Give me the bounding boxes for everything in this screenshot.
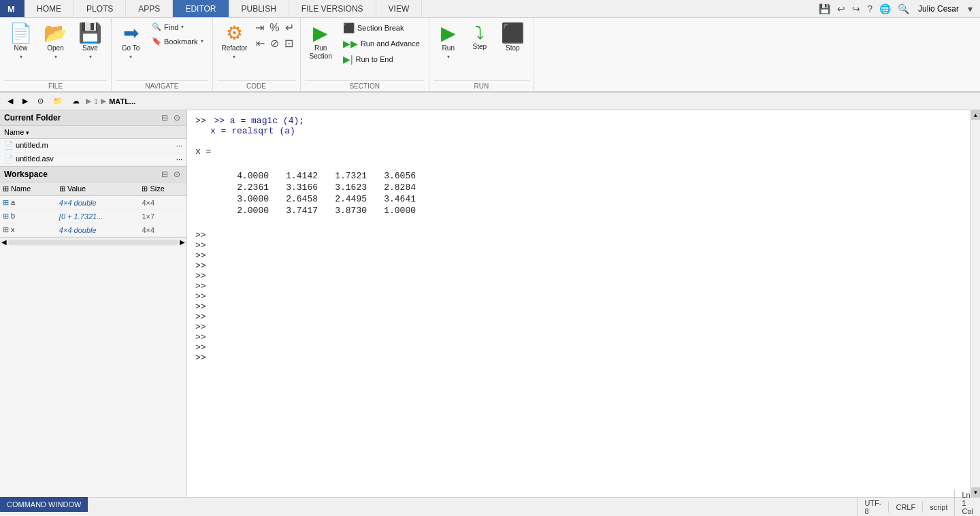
ribbon: 📄 New ▾ 📂 Open ▾ 💾 Save ▾ FILE ➡ Go To ▾ <box>0 18 980 93</box>
tab-home[interactable]: HOME <box>24 0 74 17</box>
cloud-btn[interactable]: ☁ <box>69 95 83 107</box>
community-btn[interactable]: 🌐 <box>877 3 893 15</box>
new-icon: 📄 <box>9 24 33 43</box>
outdent-btn[interactable]: ⇤ <box>254 36 267 50</box>
tab-plots[interactable]: PLOTS <box>74 0 126 17</box>
goto-button[interactable]: ➡ Go To ▾ <box>116 20 146 63</box>
save-label: Save <box>82 44 98 52</box>
run-section-button[interactable]: ▶ Run Section <box>305 20 337 64</box>
folder-up-btn[interactable]: 📁 <box>50 95 66 107</box>
matrix-cell: 4.0000 <box>224 171 272 181</box>
new-button[interactable]: 📄 New ▾ <box>4 20 37 63</box>
run-button[interactable]: ▶ Run ▾ <box>434 20 463 63</box>
scroll-track[interactable] <box>8 240 178 245</box>
file-row[interactable]: 📄 untitled.asv ··· <box>0 152 186 166</box>
comment-btn[interactable]: % <box>267 20 281 35</box>
search-btn[interactable]: 🔍 <box>896 3 911 15</box>
code-group-label: CODE <box>217 80 296 91</box>
matrix-cell: 3.8730 <box>322 206 370 216</box>
scroll-right-btn[interactable]: ▶ <box>180 238 185 246</box>
ws-value-icon: ⊞ <box>59 184 65 193</box>
undo-btn[interactable]: ↩ <box>835 3 847 15</box>
back-btn[interactable]: ◀ <box>4 95 16 107</box>
type-status: script <box>922 502 954 513</box>
save-layout-btn[interactable]: 💾 <box>817 3 832 15</box>
svg-text:M: M <box>7 4 15 14</box>
workspace-row-a[interactable]: ⊞ a 4×4 double 4×4 <box>0 196 186 210</box>
refactor-label: Refactor <box>222 44 248 52</box>
scroll-up-btn[interactable]: ▲ <box>971 110 981 120</box>
cmd-prompt-line: >> <box>195 271 962 281</box>
bookmark-button[interactable]: 🔖 Bookmark ▾ <box>147 35 208 48</box>
unwrap-btn[interactable]: ⊡ <box>282 36 295 50</box>
ws-value-header: ⊞ Value <box>56 182 140 196</box>
refactor-icon: ⚙ <box>226 24 243 43</box>
ribbon-file-items: 📄 New ▾ 📂 Open ▾ 💾 Save ▾ <box>4 20 107 80</box>
matrix-cell: 2.4495 <box>322 194 370 204</box>
workspace-header-icons: ⊟ ⊙ <box>159 169 182 180</box>
help-btn[interactable]: ? <box>865 3 875 15</box>
breadcrumb-bar: ◀ ▶ ⊙ 📁 ☁ ▶ 1 ▶ MATL... <box>0 93 980 110</box>
open-dropdown-arrow: ▾ <box>54 54 57 60</box>
position-status: Ln 1 Col 1 <box>954 489 980 517</box>
ws-name-icon: ⊞ <box>3 184 9 193</box>
open-icon: 📂 <box>44 24 67 43</box>
file-options[interactable]: ··· <box>149 139 186 152</box>
matrix-cell: 3.3166 <box>273 182 321 193</box>
file-table: Name ▾ 📄 untitled.m ··· 📄 <box>0 126 186 166</box>
matrix-cell: 2.0000 <box>224 206 272 216</box>
step-button[interactable]: ⤵ Step <box>465 20 495 54</box>
section-break-button[interactable]: ⬛ Section Break <box>338 20 425 35</box>
command-content[interactable]: >> >> a = magic (4); x = realsqrt (a) x … <box>187 110 970 497</box>
workspace-row-b[interactable]: ⊞ b [0 + 1.7321... 1×7 <box>0 210 186 223</box>
var-icon-x: ⊞ <box>3 225 9 233</box>
tab-view[interactable]: VIEW <box>376 0 423 17</box>
run-to-end-button[interactable]: ▶| Run to End <box>338 52 425 67</box>
cmd-prompt-line: >> <box>195 353 962 363</box>
stop-button[interactable]: ⬛ Stop <box>496 20 529 56</box>
file-options[interactable]: ··· <box>149 152 186 166</box>
current-folder-title: Current Folder <box>4 113 61 123</box>
x-equals: x = <box>195 146 211 157</box>
cmd-prompt-line: >> <box>195 342 962 353</box>
cmd-prompt-line: >> <box>195 322 962 332</box>
workspace-collapse-btn[interactable]: ⊟ <box>159 169 170 180</box>
scroll-left-btn[interactable]: ◀ <box>1 238 7 246</box>
output-label: x = <box>195 146 962 157</box>
open-button[interactable]: 📂 Open ▾ <box>39 20 72 63</box>
ribbon-group-run: ▶ Run ▾ ⤵ Step ⬛ Stop RUN <box>429 18 534 91</box>
right-scroll[interactable]: ▲ ▼ <box>970 110 980 497</box>
find-icon: 🔍 <box>152 22 161 31</box>
stop-icon: ⬛ <box>501 24 525 43</box>
tab-editor[interactable]: EDITOR <box>173 0 229 17</box>
matrix-cell: 1.4142 <box>273 171 321 181</box>
indent-btn[interactable]: ⇥ <box>253 20 266 35</box>
folder-collapse-btn[interactable]: ⊟ <box>159 112 170 123</box>
run-advance-button[interactable]: ▶▶ Run and Advance <box>338 36 425 51</box>
file-row[interactable]: 📄 untitled.m ··· <box>0 139 186 152</box>
ribbon-navigate-items: ➡ Go To ▾ 🔍 Find ▾ 🔖 Bookmark ▾ <box>116 20 208 80</box>
workspace-table: ⊞ Name ⊞ Value ⊞ Size <box>0 182 186 237</box>
save-button[interactable]: 💾 Save ▾ <box>74 20 107 63</box>
find-button[interactable]: 🔍 Find ▾ <box>147 20 208 33</box>
wrap-btn[interactable]: ↵ <box>283 20 296 35</box>
user-dropdown[interactable]: ▾ <box>966 3 975 15</box>
goto-icon: ➡ <box>123 24 139 43</box>
history-btn[interactable]: ⊙ <box>34 95 47 107</box>
var-a-size: 4×4 <box>139 196 186 210</box>
refactor-button[interactable]: ⚙ Refactor ▾ <box>217 20 252 63</box>
tab-apps[interactable]: APPS <box>126 0 173 17</box>
tab-file-versions[interactable]: FILE VERSIONS <box>289 0 376 17</box>
folder-settings-btn[interactable]: ⊙ <box>172 112 182 123</box>
redo-btn[interactable]: ↪ <box>850 3 862 15</box>
forward-btn[interactable]: ▶ <box>19 95 31 107</box>
workspace-row-x[interactable]: ⊞ x 4×4 double 4×4 <box>0 223 186 237</box>
file-cell: 📄 untitled.asv <box>0 152 149 166</box>
tab-publish[interactable]: PUBLISH <box>229 0 289 17</box>
matrix-cell: 1.7321 <box>322 171 370 181</box>
uncomment-btn[interactable]: ⊘ <box>268 36 281 50</box>
workspace-settings-btn[interactable]: ⊙ <box>172 169 182 180</box>
ribbon-group-file: 📄 New ▾ 📂 Open ▾ 💾 Save ▾ FILE <box>0 18 112 91</box>
var-icon-a: ⊞ <box>3 198 9 206</box>
section-actions-group: ⬛ Section Break ▶▶ Run and Advance ▶| Ru… <box>338 20 425 67</box>
